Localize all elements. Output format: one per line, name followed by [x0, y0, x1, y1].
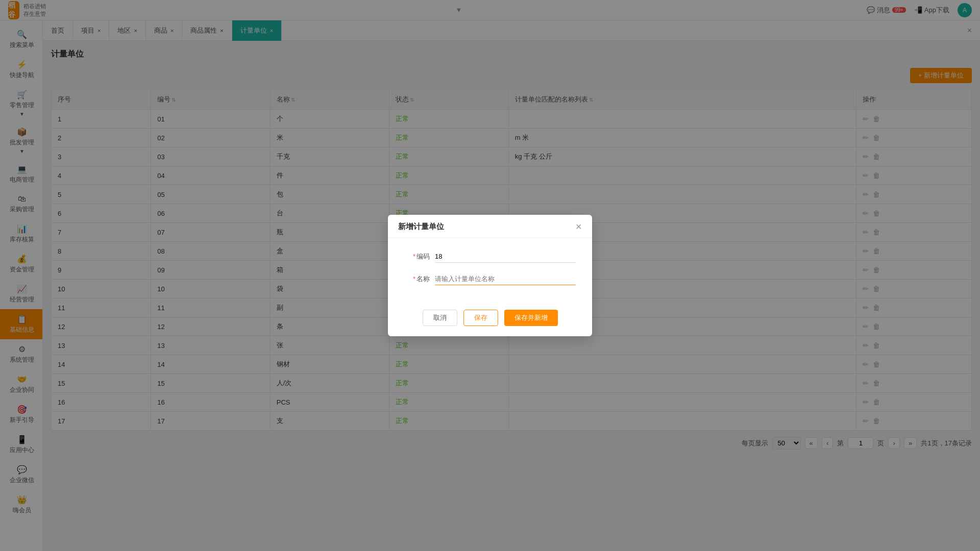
modal-header: 新增计量单位 ✕ [388, 215, 592, 238]
save-and-new-button[interactable]: 保存并新增 [504, 310, 558, 326]
add-unit-modal: 新增计量单位 ✕ 编码 名称 取消 保存 保存并新增 [388, 215, 592, 336]
code-label: 编码 [404, 252, 430, 261]
modal-close-button[interactable]: ✕ [575, 222, 582, 232]
modal-body: 编码 名称 [388, 238, 592, 304]
name-form-row: 名称 [404, 273, 576, 285]
save-button[interactable]: 保存 [463, 310, 498, 326]
name-label: 名称 [404, 274, 430, 284]
cancel-button[interactable]: 取消 [423, 310, 457, 326]
modal-overlay[interactable]: 新增计量单位 ✕ 编码 名称 取消 保存 保存并新增 [0, 0, 980, 551]
code-form-row: 编码 [404, 251, 576, 263]
code-input[interactable] [435, 251, 576, 263]
modal-footer: 取消 保存 保存并新增 [388, 304, 592, 336]
name-input[interactable] [435, 273, 576, 285]
modal-title: 新增计量单位 [398, 222, 444, 232]
